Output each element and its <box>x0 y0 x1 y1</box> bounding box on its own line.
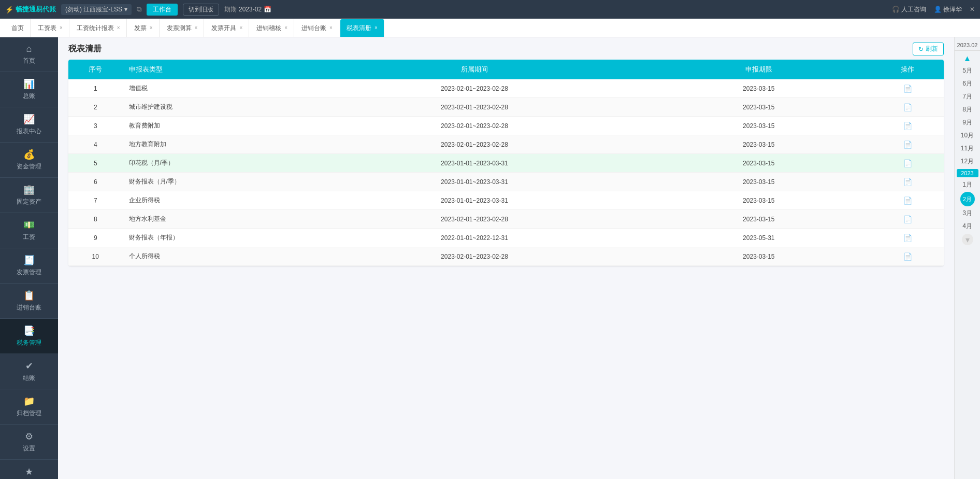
sidebar-item-ledger[interactable]: 📊 总账 <box>0 72 58 107</box>
sidebar-item-invoice-mgmt-label: 发票管理 <box>17 268 41 277</box>
tab-purchase-sales-ledger[interactable]: 进销台账 × <box>295 19 339 37</box>
refresh-button[interactable]: ↻ 刷新 <box>913 43 944 55</box>
user-profile[interactable]: 👤 徐泽华 <box>934 5 962 14</box>
table-row: 9 财务报表（年报） 2022-01-01~2022-12-31 2023-05… <box>68 229 944 247</box>
ledger-icon: 📊 <box>23 78 35 90</box>
cell-period: 2023-01-01~2023-03-31 <box>303 154 646 173</box>
tab-purchase-sales-check[interactable]: 进销稽核 × <box>250 19 294 37</box>
sidebar-item-ps-ledger[interactable]: 📋 进销台账 <box>0 284 58 319</box>
sidebar-item-fixed-assets[interactable]: 🏢 固定资产 <box>0 178 58 213</box>
action-icon[interactable]: 📄 <box>903 103 912 111</box>
tab-purchase-sales-check-close[interactable]: × <box>284 19 287 37</box>
action-icon[interactable]: 📄 <box>903 84 912 93</box>
page-header: 税表清册 ↻ 刷新 <box>58 37 954 60</box>
cell-action[interactable]: 📄 <box>872 79 944 98</box>
tab-payroll-stats-close[interactable]: × <box>117 19 120 37</box>
tab-home[interactable]: 首页 <box>5 19 31 37</box>
close-window-icon[interactable]: ✕ <box>970 6 975 13</box>
cell-seq: 7 <box>68 191 123 210</box>
cell-type: 财务报表（月/季） <box>123 173 303 191</box>
sidebar-item-guide[interactable]: ★ 新手引导 <box>0 460 58 479</box>
month-12[interactable]: 12月 <box>957 155 978 168</box>
cell-deadline: 2023-05-31 <box>646 229 872 247</box>
month-6[interactable]: 6月 <box>957 77 978 90</box>
cell-action[interactable]: 📄 <box>872 135 944 154</box>
sidebar-item-archive[interactable]: 📁 归档管理 <box>0 389 58 425</box>
cell-type: 城市维护建设税 <box>123 98 303 117</box>
sidebar-item-ps-ledger-label: 进销台账 <box>17 303 41 312</box>
scroll-down-button[interactable]: ▾ <box>962 234 973 245</box>
month-2-active[interactable]: 2月 <box>960 192 975 206</box>
cell-action[interactable]: 📄 <box>872 173 944 191</box>
sidebar-item-salary[interactable]: 💵 工资 <box>0 213 58 248</box>
cell-type: 印花税（月/季） <box>123 154 303 173</box>
switch-old-button[interactable]: 切到旧版 <box>183 4 219 16</box>
action-icon[interactable]: 📄 <box>903 122 912 130</box>
cell-action[interactable]: 📄 <box>872 229 944 247</box>
content-area: 税表清册 ↻ 刷新 序号 申报表类型 所属期间 申报期限 操作 <box>58 37 954 479</box>
month-7[interactable]: 7月 <box>957 90 978 103</box>
scroll-up-button[interactable]: ▲ <box>962 53 973 64</box>
tab-tax-register[interactable]: 税表清册 × <box>340 19 384 37</box>
cell-period: 2023-02-01~2023-02-28 <box>303 117 646 135</box>
month-10[interactable]: 10月 <box>957 129 978 142</box>
workbench-button[interactable]: 工作台 <box>147 4 178 16</box>
sidebar-item-settings[interactable]: ⚙ 设置 <box>0 425 58 460</box>
cell-seq: 9 <box>68 229 123 247</box>
month-9[interactable]: 9月 <box>957 116 978 129</box>
cell-seq: 6 <box>68 173 123 191</box>
table-row: 4 地方教育附加 2023-02-01~2023-02-28 2023-03-1… <box>68 135 944 154</box>
cell-period: 2023-02-01~2023-02-28 <box>303 135 646 154</box>
month-1[interactable]: 1月 <box>957 178 978 191</box>
tab-invoice-close[interactable]: × <box>150 19 153 37</box>
tab-invoice[interactable]: 发票 × <box>128 19 160 37</box>
archive-icon: 📁 <box>23 396 35 407</box>
cell-action[interactable]: 📄 <box>872 210 944 229</box>
sidebar-item-invoice-mgmt[interactable]: 🧾 发票管理 <box>0 248 58 284</box>
cell-deadline: 2023-03-15 <box>646 247 872 266</box>
cell-action[interactable]: 📄 <box>872 98 944 117</box>
cell-action[interactable]: 📄 <box>872 191 944 210</box>
month-3[interactable]: 3月 <box>957 207 978 220</box>
sidebar-item-funds[interactable]: 💰 资金管理 <box>0 143 58 178</box>
month-11[interactable]: 11月 <box>957 142 978 155</box>
close-accounts-icon: ✔ <box>25 360 33 372</box>
action-icon[interactable]: 📄 <box>903 234 912 242</box>
year-2023-label[interactable]: 2023 <box>957 169 978 177</box>
company-selector[interactable]: (勿动) 江西服宝-LSS ▾ <box>61 4 132 15</box>
cell-action[interactable]: 📄 <box>872 154 944 173</box>
action-icon[interactable]: 📄 <box>903 140 912 149</box>
cell-seq: 3 <box>68 117 123 135</box>
sidebar-item-reports[interactable]: 📈 报表中心 <box>0 107 58 143</box>
action-icon[interactable]: 📄 <box>903 252 912 261</box>
month-8[interactable]: 8月 <box>957 103 978 116</box>
month-5[interactable]: 5月 <box>957 64 978 77</box>
cell-action[interactable]: 📄 <box>872 117 944 135</box>
action-icon[interactable]: 📄 <box>903 196 912 205</box>
human-consult-link[interactable]: 🎧 人工咨询 <box>892 5 926 14</box>
copy-icon[interactable]: ⧉ <box>137 5 141 13</box>
action-icon[interactable]: 📄 <box>903 159 912 167</box>
sidebar-item-close-accounts[interactable]: ✔ 结账 <box>0 354 58 389</box>
sidebar-item-home[interactable]: ⌂ 首页 <box>0 37 58 72</box>
month-4[interactable]: 4月 <box>957 220 978 233</box>
tab-tax-register-close[interactable]: × <box>374 19 378 37</box>
sidebar-item-tax-mgmt[interactable]: 📑 税务管理 <box>0 319 58 354</box>
calendar-icon[interactable]: 📅 <box>264 6 271 13</box>
cell-action[interactable]: 📄 <box>872 247 944 266</box>
cell-type: 个人所得税 <box>123 247 303 266</box>
refresh-icon: ↻ <box>918 46 924 53</box>
action-icon[interactable]: 📄 <box>903 178 912 186</box>
tab-invoice-issue-close[interactable]: × <box>239 19 242 37</box>
tab-payroll[interactable]: 工资表 × <box>32 19 69 37</box>
tab-purchase-sales-ledger-close[interactable]: × <box>329 19 333 37</box>
tab-invoice-calc[interactable]: 发票测算 × <box>161 19 205 37</box>
tab-payroll-close[interactable]: × <box>60 19 63 37</box>
tab-payroll-stats[interactable]: 工资统计报表 × <box>70 19 127 37</box>
sidebar-item-ledger-label: 总账 <box>23 92 35 101</box>
company-name: (勿动) 江西服宝-LSS <box>65 5 122 14</box>
guide-icon: ★ <box>25 466 33 477</box>
tab-invoice-calc-close[interactable]: × <box>195 19 198 37</box>
action-icon[interactable]: 📄 <box>903 215 912 223</box>
tab-invoice-issue[interactable]: 发票开具 × <box>205 19 249 37</box>
